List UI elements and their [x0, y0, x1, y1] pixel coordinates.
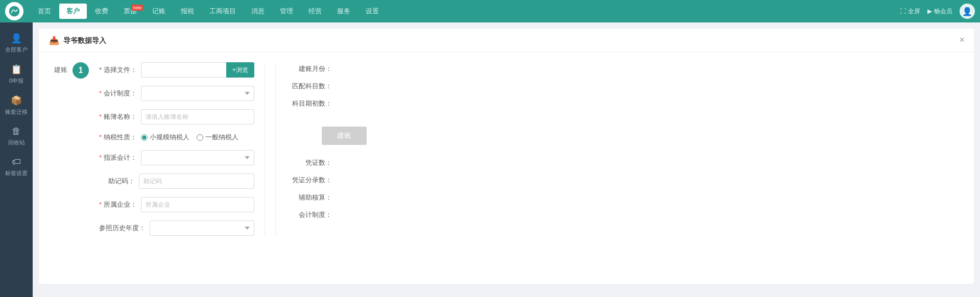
voucher-label: 凭证数：: [291, 158, 332, 167]
import-icon: 📥: [49, 36, 59, 45]
file-row: * 选择文件： +浏览: [99, 62, 254, 78]
month-label: 建账月份：: [291, 64, 332, 73]
tax-type-label: 纳税性质：: [99, 133, 137, 142]
sidebar-label-1: 0申报: [9, 77, 23, 85]
tax-small-text: 小规模纳税人: [150, 133, 189, 142]
right-accounting-system-label: 会计制度：: [291, 210, 332, 219]
accounting-system-select[interactable]: [141, 86, 254, 101]
sidebar-item-2[interactable]: 📦账套迁移: [0, 90, 33, 121]
sidebar-item-3[interactable]: 🗑回收站: [0, 121, 33, 152]
match-subjects-label: 匹配科目数：: [291, 82, 332, 91]
accounting-system-label: 会计制度：: [99, 89, 137, 98]
nav-item-消息[interactable]: 消息: [244, 4, 272, 19]
fullscreen-label: 全屏: [908, 7, 920, 16]
sidebar-label-3: 回收站: [8, 139, 25, 146]
tax-general-text: 一般纳税人: [205, 133, 238, 142]
nav-item-经营[interactable]: 经营: [301, 4, 329, 19]
history-year-row: 参照历史年度：: [99, 220, 254, 236]
accountant-row: 指派会计：: [99, 150, 254, 165]
sidebar-icon-0: 👤: [11, 33, 22, 44]
tax-radio-group: 小规模纳税人 一般纳税人: [141, 133, 238, 142]
voucher-entries-label: 凭证分录数：: [291, 176, 332, 185]
tax-small-radio[interactable]: [141, 134, 148, 141]
memo-label: 助记码：: [99, 177, 135, 186]
sidebar-icon-1: 📋: [11, 64, 22, 75]
memo-input[interactable]: [139, 174, 254, 189]
close-button[interactable]: ×: [959, 35, 965, 45]
match-subjects-row: 匹配科目数：: [291, 82, 398, 91]
tax-general-radio[interactable]: [197, 134, 203, 141]
topnav: 首页客户收费票据new记账报税工商项目消息管理经营服务设置 ⛶ 全屏 ▶ 畅会员…: [0, 0, 980, 22]
badge-new: new: [131, 5, 143, 11]
voucher-entries-row: 凭证分录数：: [291, 176, 398, 185]
create-account-button[interactable]: 建账: [322, 127, 367, 145]
sidebar-item-4[interactable]: 🏷标签设置: [0, 152, 33, 182]
sidebar-label-4: 标签设置: [5, 169, 28, 177]
step-label: 建账: [54, 65, 67, 75]
file-label: * 选择文件：: [99, 65, 137, 75]
separator: [265, 62, 265, 236]
ledger-name-label: 账簿名称：: [99, 112, 137, 121]
tax-small-label[interactable]: 小规模纳税人: [141, 133, 189, 142]
nav-item-首页[interactable]: 首页: [31, 4, 58, 19]
dialog-title: 导爷数据导入: [63, 36, 106, 45]
nav-item-设置[interactable]: 设置: [358, 4, 386, 19]
play-icon: ▶: [927, 8, 932, 15]
nav-item-收费[interactable]: 收费: [88, 4, 115, 19]
sidebar-icon-4: 🏷: [12, 157, 21, 167]
sidebar-label-2: 账套迁移: [5, 108, 28, 116]
layout: 👤全部客户📋0申报📦账套迁移🗑回收站🏷标签设置 📥 导爷数据导入 × 建账 1: [0, 22, 980, 297]
file-input-group: +浏览: [141, 62, 254, 78]
browse-button[interactable]: +浏览: [226, 62, 254, 78]
memo-row: 助记码：: [99, 174, 254, 189]
avatar[interactable]: 👤: [960, 4, 975, 19]
ledger-name-row: 账簿名称：: [99, 109, 254, 125]
sidebar-item-1[interactable]: 📋0申报: [0, 59, 33, 90]
month-row: 建账月份：: [291, 64, 398, 73]
step-section: 建账 1: [54, 62, 89, 236]
form-left: * 选择文件： +浏览 会计制度：: [99, 62, 254, 236]
sidebar-label-0: 全部客户: [5, 46, 28, 54]
member-btn[interactable]: ▶ 畅会员: [927, 7, 952, 16]
subject-initial-row: 科目期初数：: [291, 99, 398, 108]
auxiliary-row: 辅助核算：: [291, 193, 398, 202]
nav-item-服务[interactable]: 服务: [330, 4, 357, 19]
history-year-select[interactable]: [150, 220, 254, 236]
sidebar-icon-2: 📦: [11, 95, 22, 106]
step-circle: 1: [73, 62, 89, 79]
dialog-body: 建账 1 * 选择文件： +浏览 会计制度：: [39, 52, 974, 246]
file-input[interactable]: [141, 62, 226, 78]
company-label: 所属企业：: [99, 200, 137, 209]
main-content: 📥 导爷数据导入 × 建账 1 * 选择文件： +浏: [33, 22, 980, 297]
nav-item-客户[interactable]: 客户: [59, 4, 87, 19]
topnav-right: ⛶ 全屏 ▶ 畅会员 👤: [900, 4, 975, 19]
nav-item-票据[interactable]: 票据new: [116, 4, 144, 19]
right-accounting-system-row: 会计制度：: [291, 210, 398, 219]
nav-item-报税[interactable]: 报税: [174, 4, 201, 19]
dialog-card: 📥 导爷数据导入 × 建账 1 * 选择文件： +浏: [39, 29, 974, 284]
sidebar-item-0[interactable]: 👤全部客户: [0, 28, 33, 59]
company-input[interactable]: [141, 197, 254, 212]
accountant-label: 指派会计：: [99, 153, 137, 162]
nav-item-工商项目[interactable]: 工商项目: [202, 4, 243, 19]
sidebar: 👤全部客户📋0申报📦账套迁移🗑回收站🏷标签设置: [0, 22, 33, 297]
fullscreen-icon: ⛶: [900, 8, 906, 15]
auxiliary-label: 辅助核算：: [291, 193, 332, 202]
accounting-system-row: 会计制度：: [99, 86, 254, 101]
tax-type-row: 纳税性质： 小规模纳税人 一般纳税人: [99, 133, 254, 142]
ledger-name-input[interactable]: [141, 109, 254, 125]
voucher-row: 凭证数：: [291, 158, 398, 167]
dialog-header: 📥 导爷数据导入: [39, 29, 974, 52]
accountant-select[interactable]: [141, 150, 254, 165]
nav-item-管理[interactable]: 管理: [273, 4, 300, 19]
fullscreen-btn[interactable]: ⛶ 全屏: [900, 7, 920, 16]
tax-general-label[interactable]: 一般纳税人: [197, 133, 238, 142]
nav-item-记账[interactable]: 记账: [145, 4, 173, 19]
nav-items: 首页客户收费票据new记账报税工商项目消息管理经营服务设置: [31, 4, 900, 19]
sidebar-icon-3: 🗑: [12, 126, 21, 137]
company-row: 所属企业：: [99, 197, 254, 212]
subject-initial-label: 科目期初数：: [291, 99, 332, 108]
history-year-label: 参照历史年度：: [99, 224, 146, 233]
member-label: 畅会员: [934, 7, 952, 16]
logo[interactable]: [5, 2, 23, 20]
